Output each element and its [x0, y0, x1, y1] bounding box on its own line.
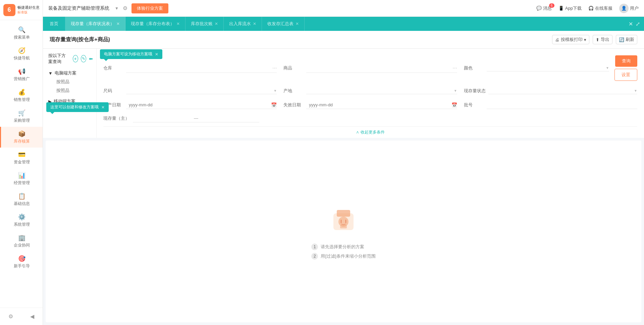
prod-date-input[interactable]	[126, 101, 271, 109]
phone-icon: 📱	[558, 6, 564, 11]
tooltip-desktop-scenario: 电脑方案可设为移动方案哦 ✕	[100, 49, 162, 59]
warehouse-dots-icon[interactable]: ···	[272, 65, 277, 71]
filter-inventory-status: 现存量状态 ▼	[464, 88, 637, 94]
sidebar-item-label: 新手引导	[14, 263, 30, 269]
scenario-item-warehouse[interactable]: 按照品	[48, 77, 93, 86]
inv-status-arrow-icon[interactable]: ▼	[634, 89, 637, 93]
collapse-bar[interactable]: ∧ 收起更多条件	[103, 126, 637, 138]
qty-range-min-input[interactable]	[133, 116, 192, 121]
top-header: 装备及固定资产辅助管理系统 ▼ ⚙ 体验行业方案 💬 消息 6 📱 App下载 …	[43, 0, 644, 17]
inventory-status-label: 现存量状态	[464, 88, 486, 94]
logo-icon: 6	[3, 4, 15, 16]
origin-label: 产地	[283, 88, 304, 94]
sidebar-item-basic[interactable]: 📋 基础信息	[0, 189, 43, 210]
message-action[interactable]: 💬 消息 6	[536, 5, 552, 11]
header-settings-icon[interactable]: ⚙	[123, 5, 127, 11]
filter-section: 按以下方案查询 + ✎ ⬅ 电脑方案可设为移动方案哦 ✕ 这里可以创建和修改方案…	[43, 49, 644, 138]
color-arrow-icon[interactable]: ▼	[606, 66, 609, 70]
tab-inventory-status[interactable]: 现存量（库存状况表） ✕	[65, 17, 125, 31]
tab-close-icon[interactable]: ✕	[176, 21, 180, 26]
qty-range-max-input[interactable]	[200, 116, 259, 121]
step-1-text: 请先选择要分析的方案	[321, 244, 364, 250]
sidebar-item-system[interactable]: ⚙️ 系统管理	[0, 210, 43, 231]
template-print-button[interactable]: 🖨 按模板打印 ▾	[552, 35, 589, 44]
tab-close-icon[interactable]: ✕	[215, 21, 218, 26]
tab-inout-flow[interactable]: 出入库流水 ✕	[224, 17, 262, 31]
reset-button[interactable]: 设置	[614, 69, 637, 81]
page-header: 现存量查询(按仓库+商品) 🖨 按模板打印 ▾ ⬆ 导出 🔄 刷新	[43, 31, 644, 49]
sidebar-item-label: 基础信息	[14, 201, 30, 207]
batch-no-label: 批号	[464, 102, 484, 108]
user-label: 用户	[630, 5, 639, 11]
scenario-item-product[interactable]: 按照品	[48, 86, 93, 95]
export-button[interactable]: ⬆ 导出	[593, 35, 612, 44]
service-label: 在线客服	[595, 5, 612, 11]
main-area: 装备及固定资产辅助管理系统 ▼ ⚙ 体验行业方案 💬 消息 6 📱 App下载 …	[43, 0, 644, 325]
desktop-group-header[interactable]: ▼ 电脑端方案	[48, 69, 93, 77]
sidebar-item-enterprise[interactable]: 🏢 企业协同	[0, 231, 43, 252]
tab-close-all-icon[interactable]: ✕	[629, 21, 633, 27]
tooltip-close-btn[interactable]: ✕	[155, 52, 158, 57]
sidebar-item-purchase[interactable]: 🛒 采购管理	[0, 106, 43, 127]
sidebar-item-inventory[interactable]: 📦 库存核算	[0, 127, 43, 148]
tab-close-icon[interactable]: ✕	[116, 21, 120, 26]
filter-qty-range: 现存量（主） —	[103, 114, 237, 122]
product-dots-icon[interactable]: ···	[452, 65, 457, 71]
sidebar-bottom: ⚙ ◀	[0, 308, 43, 325]
app-action[interactable]: 📱 App下载	[558, 5, 582, 11]
tab-batch-ledger[interactable]: 库存批次账 ✕	[185, 17, 224, 31]
tab-receive-summary[interactable]: 收发存汇总表 ✕	[262, 17, 305, 31]
settings-btn[interactable]: ⚙	[7, 312, 14, 321]
tab-expand-icon[interactable]: ⤢	[636, 21, 640, 27]
expire-date-label: 失效日期	[283, 102, 304, 108]
tab-home[interactable]: 首页	[43, 17, 65, 31]
scenario-arrow-icon[interactable]: ⬅	[89, 56, 93, 61]
sidebar-item-search[interactable]: 🔍 搜索菜单	[0, 23, 43, 44]
tab-close-icon[interactable]: ✕	[253, 21, 256, 26]
filter-size: 尺码 ▼	[103, 88, 277, 94]
refresh-button[interactable]: 🔄 刷新	[616, 35, 637, 44]
export-icon: ⬆	[596, 37, 599, 42]
page-title: 现存量查询(按仓库+商品)	[50, 36, 110, 43]
tab-inout-flow-label: 出入库流水	[229, 21, 251, 27]
tab-batch-ledger-label: 库存批次账	[191, 21, 213, 27]
tab-close-icon[interactable]: ✕	[296, 21, 299, 26]
size-arrow-icon[interactable]: ▼	[273, 89, 277, 93]
sidebar-item-newbie[interactable]: 🎯 新手引导	[0, 252, 43, 272]
empty-state: 1 请先选择要分析的方案 2 用[过滤]条件来缩小分析范围	[46, 141, 641, 322]
sidebar-item-finance[interactable]: 💳 资金管理	[0, 148, 43, 168]
edit-scenario-btn[interactable]: ✎	[81, 55, 86, 62]
query-button[interactable]: 查询	[615, 55, 637, 67]
sidebar-item-label: 采购管理	[14, 118, 30, 123]
tab-inventory-status-label: 现存量（库存状况表）	[71, 21, 114, 27]
header-right: 💬 消息 6 📱 App下载 🎧 在线客服 👤 用户	[536, 4, 639, 13]
prod-date-calendar-icon[interactable]: 📅	[271, 102, 277, 108]
size-label: 尺码	[103, 88, 123, 94]
sidebar-item-operation[interactable]: 📊 经营管理	[0, 168, 43, 189]
tab-bar-right: ✕ ⤢	[625, 21, 644, 27]
scenario-sidebar: 按以下方案查询 + ✎ ⬅ 电脑方案可设为移动方案哦 ✕ 这里可以创建和修改方案…	[43, 49, 97, 138]
dropdown-icon[interactable]: ▼	[115, 6, 119, 11]
sidebar-item-sales[interactable]: 💰 销售管理	[0, 85, 43, 106]
refresh-label: 刷新	[626, 37, 634, 43]
sidebar: 6 畅捷通好生意 标准版 🔍 搜索菜单 🧭 快捷导航 📢 营销推广 💰 销售管理…	[0, 0, 43, 325]
system-name: 装备及固定资产辅助管理系统	[48, 5, 109, 11]
collapse-sidebar-btn[interactable]: ◀	[29, 312, 36, 321]
tab-receive-summary-label: 收发存汇总表	[267, 21, 293, 27]
search-icon: 🔍	[18, 26, 25, 34]
add-scenario-btn[interactable]: +	[73, 55, 78, 62]
message-badge: 6	[549, 3, 554, 8]
tooltip-close-btn2[interactable]: ✕	[101, 105, 105, 110]
expire-date-input[interactable]	[306, 101, 451, 109]
tab-inventory-dist[interactable]: 现存量（库存分布表） ✕	[125, 17, 185, 31]
filter-row1: 仓库 ··· 商品 ···	[103, 53, 637, 85]
origin-arrow-icon[interactable]: ▼	[454, 89, 457, 93]
batch-no-input[interactable]	[487, 101, 637, 109]
user-action[interactable]: 👤 用户	[619, 4, 639, 13]
service-action[interactable]: 🎧 在线客服	[588, 5, 612, 11]
sidebar-item-quick[interactable]: 🧭 快捷导航	[0, 44, 43, 64]
filter-label: 按以下方案查询	[48, 53, 70, 65]
expire-date-calendar-icon[interactable]: 📅	[451, 102, 457, 108]
trial-button[interactable]: 体验行业方案	[131, 3, 168, 13]
sidebar-item-marketing[interactable]: 📢 营销推广	[0, 64, 43, 85]
